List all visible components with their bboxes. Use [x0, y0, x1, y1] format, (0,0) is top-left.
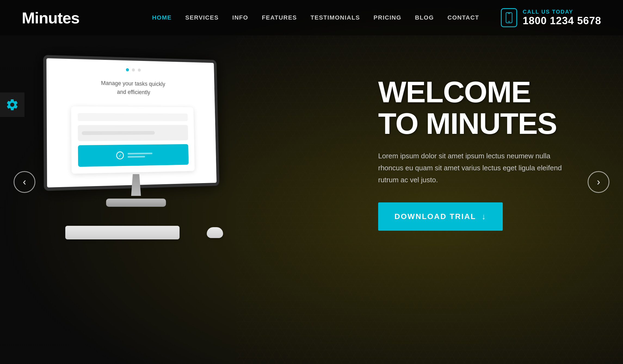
hero-section: Minutes HOME SERVICES INFO FEATURES TEST… [0, 0, 623, 364]
cta-text-lines [128, 153, 153, 158]
nav-item-testimonials[interactable]: TESTIMONIALS [310, 14, 360, 21]
hero-description: Lorem ipsum dolor sit amet ipsum lectus … [378, 150, 569, 186]
call-label: CALL US TODAY [523, 9, 601, 15]
screen-card: ✓ [71, 106, 195, 174]
sidebar-gear-panel [0, 92, 24, 117]
download-button-label: DOWNLOAD TRIAL [394, 212, 476, 221]
screen-dot-2 [132, 68, 135, 72]
screen-cta-button: ✓ [78, 144, 189, 167]
monitor-screen: Manage your tasks quickly and efficientl… [43, 55, 220, 191]
nav-item-blog[interactable]: BLOG [415, 14, 434, 21]
monitor-stand-base [106, 199, 166, 207]
cta-line-2 [128, 156, 145, 158]
call-info: CALL US TODAY 1800 1234 5678 [523, 9, 601, 27]
monitor-display: Manage your tasks quickly and efficientl… [33, 54, 239, 223]
gear-icon [5, 98, 19, 112]
site-logo: Minutes [22, 9, 79, 27]
chevron-right-icon: › [597, 176, 600, 188]
keyboard [65, 226, 180, 239]
monitor-area: Manage your tasks quickly and efficientl… [33, 54, 239, 245]
hero-title: WELCOME TO MINUTES [378, 76, 569, 139]
cta-line-1 [128, 153, 152, 155]
slider-next-button[interactable]: › [588, 171, 609, 193]
screen-tagline: Manage your tasks quickly and efficientl… [101, 79, 165, 97]
phone-svg [505, 12, 513, 23]
screen-progress-bar [78, 125, 188, 141]
nav-item-pricing[interactable]: PRICING [374, 14, 401, 21]
screen-dot-3 [138, 69, 141, 72]
download-trial-button[interactable]: DOWNLOAD TRIAL ↓ [378, 202, 503, 231]
nav-item-info[interactable]: INFO [232, 14, 248, 21]
nav-item-features[interactable]: FEATURES [262, 14, 297, 21]
screen-content: Manage your tasks quickly and efficientl… [47, 58, 217, 187]
phone-icon [501, 8, 517, 27]
site-header: Minutes HOME SERVICES INFO FEATURES TEST… [0, 0, 623, 35]
slider-prev-button[interactable]: ‹ [14, 171, 35, 193]
nav-item-home[interactable]: HOME [152, 14, 172, 21]
main-nav: HOME SERVICES INFO FEATURES TESTIMONIALS… [152, 14, 479, 21]
chevron-left-icon: ‹ [23, 176, 26, 188]
mouse [207, 227, 223, 238]
nav-item-services[interactable]: SERVICES [185, 14, 219, 21]
call-to-action-header: CALL US TODAY 1800 1234 5678 [501, 8, 601, 27]
hero-content: WELCOME TO MINUTES Lorem ipsum dolor sit… [378, 76, 569, 231]
screen-dots [126, 68, 141, 72]
cta-check-icon: ✓ [116, 151, 124, 159]
svg-point-2 [508, 21, 510, 22]
call-number: 1800 1234 5678 [523, 15, 601, 27]
nav-item-contact[interactable]: CONTACT [448, 14, 479, 21]
download-icon: ↓ [482, 212, 486, 221]
screen-input-placeholder [78, 113, 188, 121]
screen-dot-1 [126, 68, 129, 72]
